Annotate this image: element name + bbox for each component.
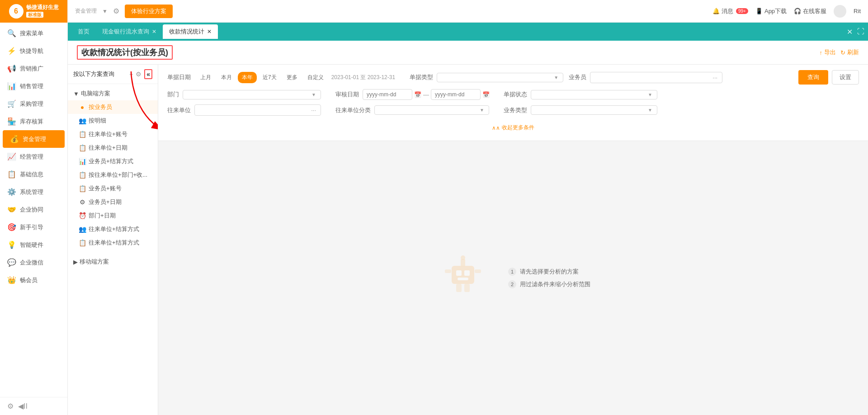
top-header: 资金管理 ▼ ⚙ 体验行业方案 🔔 消息 99+ 📱 App下载 🎧 在线客服 …	[68, 0, 868, 23]
user-avatar[interactable]	[834, 5, 846, 18]
logo-text: 畅捷通好生意 标准版	[26, 4, 59, 18]
review-date-start-input[interactable]	[363, 89, 412, 100]
tree-item-salesperson-date[interactable]: ⚙ 业务员+日期	[68, 195, 158, 209]
logo-area: 6 畅捷通好生意 标准版	[0, 0, 67, 23]
refresh-btn[interactable]: ↻ 刷新	[840, 48, 859, 57]
salesperson-select[interactable]: ···	[590, 72, 722, 83]
header-right: 🔔 消息 99+ 📱 App下载 🎧 在线客服 Rit	[712, 5, 861, 18]
tree-group-mobile[interactable]: ▶ 移动端方案	[68, 255, 158, 269]
sidebar-item-wechat[interactable]: 💬 企业微信	[0, 254, 67, 271]
wechat-icon: 💬	[7, 258, 16, 267]
step-2-num: 2	[508, 280, 516, 288]
settings-btn[interactable]: 设置	[832, 70, 859, 85]
shortcut-last-month[interactable]: 上月	[196, 72, 215, 83]
sidebar-item-inventory[interactable]: 🏪 库存核算	[0, 113, 67, 130]
counterpart-category-select[interactable]: ▼	[374, 105, 489, 115]
tab-expand-icon[interactable]: ⛶	[857, 28, 864, 36]
sidebar-item-smart-hw[interactable]: 💡 智能硬件	[0, 236, 67, 254]
tree-item-unit-account[interactable]: 📋 往来单位+账号	[68, 127, 158, 141]
tab-home[interactable]: 首页	[71, 24, 96, 39]
tab-receipt-stats-close[interactable]: ✕	[207, 28, 212, 35]
voucher-status-label: 单据状态	[504, 90, 527, 99]
tree-item-unit-account-icon: 📋	[79, 131, 86, 138]
shortcut-custom[interactable]: 自定义	[303, 72, 328, 83]
sidebar-item-basic[interactable]: 📋 基础信息	[0, 165, 67, 183]
tab-bank-flow-close[interactable]: ✕	[152, 28, 156, 35]
tree-item-unit-dept-receipt[interactable]: 📋 按往来单位+部门+收...	[68, 168, 158, 182]
filter-area: 单据日期 上月 本月 本年 近7天 更多 自定义 2023-01-01 至 20…	[158, 65, 868, 141]
tree-section-desktop: ▼ 电脑端方案 ● 按业务员 👥 按明细 📋 往来单位+账号	[68, 84, 158, 252]
tree-item-unit-settle2[interactable]: 📋 往来单位+结算方式	[68, 236, 158, 250]
sidebar-item-marketing[interactable]: 📢 营销推广	[0, 60, 67, 77]
shortcut-this-month[interactable]: 本月	[217, 72, 236, 83]
counterpart-select[interactable]: ···	[194, 104, 321, 116]
sidebar-item-purchase[interactable]: 🛒 采购管理	[0, 95, 67, 113]
page-header: 收款情况统计(按业务员) ↑ 导出 ↻ 刷新	[68, 41, 868, 65]
tab-receipt-stats[interactable]: 收款情况统计 ✕	[163, 24, 218, 39]
sidebar-bottom: ⚙ ◀II	[0, 397, 67, 415]
empty-steps: 1 请先选择要分析的方案 2 用过滤条件来缩小分析范围	[508, 268, 590, 288]
tree-item-dept-date-icon: ⏰	[79, 212, 86, 219]
tab-bar: 首页 现金银行流水查询 ✕ 收款情况统计 ✕ ✕ ⛶	[68, 23, 868, 41]
voucher-status-select[interactable]: ▼	[531, 90, 657, 99]
business-type-field: 业务类型 ▼	[504, 105, 657, 115]
shortcut-last7[interactable]: 近7天	[259, 72, 281, 83]
counterpart-more-icon[interactable]: ···	[311, 107, 316, 113]
sidebar-collapse-icon[interactable]: ◀II	[18, 402, 28, 410]
sidebar-item-system[interactable]: ⚙️ 系统管理	[0, 183, 67, 201]
review-date-end-input[interactable]	[431, 89, 481, 100]
left-panel-title: 按以下方案查询	[73, 70, 114, 78]
sidebar-item-capital[interactable]: 💰 资金管理	[3, 130, 65, 148]
trial-btn[interactable]: 体验行业方案	[125, 5, 173, 18]
sidebar-item-search-menu[interactable]: 🔍 搜索菜单	[0, 24, 67, 42]
voucher-type-select[interactable]: ▼	[437, 73, 563, 82]
date-shortcuts: 上月 本月 本年 近7天 更多 自定义 2023-01-01 至 2023-12…	[196, 72, 395, 83]
tree-item-unit-dept-icon: 📋	[79, 171, 86, 179]
tree-item-dept-date[interactable]: ⏰ 部门+日期	[68, 209, 158, 222]
sidebar-item-enterprise[interactable]: 🤝 企业协同	[0, 201, 67, 218]
business-type-select[interactable]: ▼	[531, 105, 657, 115]
header-settings-icon[interactable]: ⚙	[113, 7, 119, 15]
notifications-item[interactable]: 🔔 消息 99+	[712, 7, 748, 15]
scheme-settings-icon[interactable]: ⚙	[136, 71, 142, 78]
sidebar-item-quick-nav[interactable]: ⚡ 快捷导航	[0, 42, 67, 60]
basic-icon: 📋	[7, 170, 16, 179]
header-dropdown-icon[interactable]: ▼	[102, 8, 108, 14]
shortcut-this-year[interactable]: 本年	[238, 72, 257, 83]
sidebar-settings-icon[interactable]: ⚙	[7, 402, 14, 410]
enterprise-icon: 🤝	[7, 205, 16, 214]
salesperson-field: 业务员 ···	[569, 72, 722, 83]
tree-item-unit-settle1[interactable]: 👥 往来单位+结算方式	[68, 222, 158, 236]
tree-item-salesperson-settlement[interactable]: 📊 业务员+结算方式	[68, 155, 158, 168]
user-name: Rit	[854, 8, 861, 14]
collapse-panel-icon[interactable]: «	[144, 69, 152, 79]
voucher-type-chevron: ▼	[554, 75, 558, 80]
review-date-field: 审核日期 📅 — 📅	[335, 89, 489, 100]
counterpart-field: 往来单位 ···	[167, 104, 321, 116]
tree-item-salesperson-account[interactable]: 📋 业务员+账号	[68, 182, 158, 195]
sidebar-item-sales[interactable]: 📊 销售管理	[0, 77, 67, 95]
counterpart-label: 往来单位	[167, 106, 191, 114]
tab-bank-flow[interactable]: 现金银行流水查询 ✕	[96, 24, 163, 39]
capital-icon: 💰	[10, 135, 19, 143]
salesperson-more-icon[interactable]: ···	[712, 74, 717, 81]
dept-select[interactable]: ▼	[183, 90, 321, 99]
tree-group-desktop[interactable]: ▼ 电脑端方案	[68, 87, 158, 100]
sidebar-item-operations[interactable]: 📈 经营管理	[0, 148, 67, 165]
collapse-row[interactable]: ∧∧ 收起更多条件	[167, 120, 859, 135]
export-btn[interactable]: ↑ 导出	[820, 48, 836, 57]
app-download-item[interactable]: 📱 App下载	[755, 7, 787, 15]
tree-item-unit-date[interactable]: 📋 往来单位+日期	[68, 141, 158, 155]
shortcut-more[interactable]: 更多	[283, 72, 302, 83]
search-menu-icon: 🔍	[7, 29, 16, 38]
add-scheme-icon[interactable]: +	[129, 71, 133, 78]
tree-item-by-detail[interactable]: 👥 按明细	[68, 114, 158, 127]
tab-close-all-icon[interactable]: ✕	[847, 28, 853, 36]
online-service-item[interactable]: 🎧 在线客服	[794, 7, 826, 15]
sidebar-item-member[interactable]: 👑 畅会员	[0, 271, 67, 289]
sidebar-item-newbie[interactable]: 🎯 新手引导	[0, 218, 67, 236]
empty-step-1: 1 请先选择要分析的方案	[508, 268, 590, 276]
query-btn[interactable]: 查询	[798, 70, 828, 85]
bell-icon: 🔔	[712, 8, 720, 14]
tree-item-by-salesperson[interactable]: ● 按业务员	[68, 100, 158, 114]
